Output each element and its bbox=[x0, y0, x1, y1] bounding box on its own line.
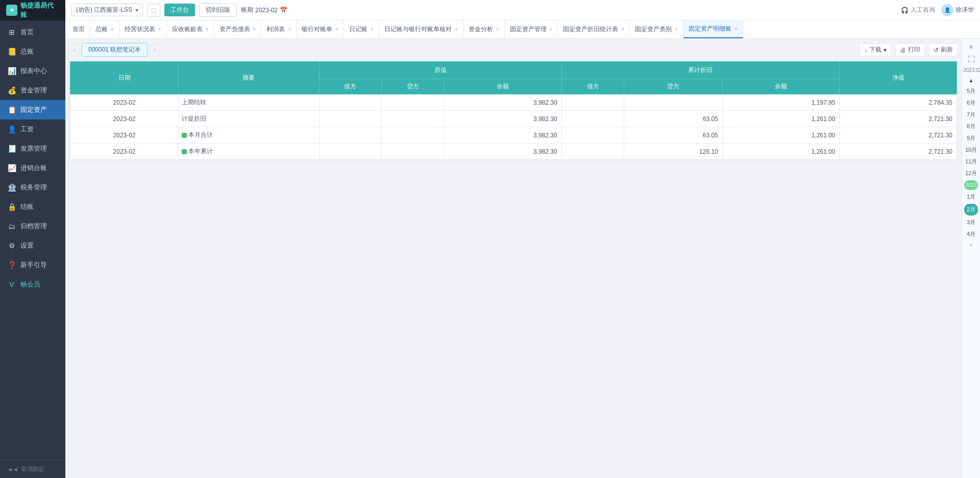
cell-net-value-2: 2,721.30 bbox=[840, 127, 957, 144]
tab-close-journal[interactable]: × bbox=[371, 27, 374, 32]
refresh-button[interactable]: ↺ 刷新 bbox=[929, 43, 958, 56]
sidebar-item-report[interactable]: 📊报表中心 bbox=[0, 61, 65, 81]
sidebar-label-settings: 设置 bbox=[20, 241, 34, 250]
tab-fixed-depreciation[interactable]: 固定资产折旧统计表× bbox=[558, 20, 630, 38]
side-panel-month-5[interactable]: 5月 bbox=[962, 85, 980, 97]
side-panel-month-3[interactable]: 3月 bbox=[962, 217, 980, 228]
sidebar-item-member[interactable]: V畅会员 bbox=[0, 275, 65, 294]
tab-close-ledger[interactable]: × bbox=[111, 27, 114, 32]
company-name: (劝告) 江西服室-LSS bbox=[76, 6, 132, 14]
worktable-button[interactable]: 工作台 bbox=[164, 4, 195, 16]
sidebar-label-home: 首页 bbox=[20, 28, 34, 37]
tab-label-fixed-depreciation: 固定资产折旧统计表 bbox=[563, 25, 618, 34]
tab-close-business[interactable]: × bbox=[158, 27, 161, 32]
side-panel-month-4[interactable]: 4月 bbox=[962, 228, 980, 240]
side-panel-year-2023[interactable]: 2023 bbox=[964, 180, 978, 190]
sub-tab-item[interactable]: 000001 联想笔记本 bbox=[82, 43, 148, 57]
tab-close-profit[interactable]: × bbox=[288, 27, 291, 32]
copy-button[interactable]: ⬚ bbox=[147, 4, 160, 17]
tab-close-balance[interactable]: × bbox=[253, 27, 256, 32]
tab-journal-bank[interactable]: 日记账与银行对账单核对× bbox=[379, 20, 463, 38]
cell-date-3: 2023-02 bbox=[70, 144, 179, 160]
tab-close-fixed-mgmt[interactable]: × bbox=[550, 27, 553, 32]
sidebar-item-home[interactable]: ⊞首页 bbox=[0, 22, 65, 42]
print-icon: 🖨 bbox=[900, 46, 906, 54]
sidebar-item-funds[interactable]: 💰资金管理 bbox=[0, 81, 65, 100]
tab-close-bank-statement[interactable]: × bbox=[335, 27, 338, 32]
download-chevron: ▾ bbox=[884, 46, 887, 54]
tab-ledger[interactable]: 总账× bbox=[90, 20, 119, 38]
side-panel-month-1[interactable]: 1月 bbox=[962, 191, 980, 203]
sidebar-item-settings[interactable]: ⚙设置 bbox=[0, 236, 65, 255]
side-panel-down-arrow[interactable]: ▼ bbox=[962, 240, 980, 250]
tab-bank-statement[interactable]: 银行对账单× bbox=[297, 20, 344, 38]
print-button[interactable]: 🖨 打印 bbox=[895, 43, 925, 56]
col-original-value: 原值 bbox=[319, 62, 561, 79]
copy-icon: ⬚ bbox=[151, 7, 157, 14]
side-panel-month-2-active[interactable]: 2月 bbox=[964, 204, 978, 216]
side-panel-expand-btn[interactable]: ⛶ bbox=[966, 53, 977, 65]
tab-fund-analysis[interactable]: 资金分析× bbox=[463, 20, 505, 38]
cell-accum-balance-1: 1,261.00 bbox=[722, 111, 840, 127]
sidebar-footer-toggle[interactable]: ◄◄ 取消固定 bbox=[0, 460, 65, 478]
side-panel-month-6[interactable]: 6月 bbox=[962, 97, 980, 109]
tab-balance[interactable]: 资产负债表× bbox=[214, 20, 262, 38]
tab-close-fixed-detail[interactable]: × bbox=[734, 26, 738, 32]
tab-label-fixed-detail: 固定资产明细账 bbox=[689, 25, 731, 33]
sidebar-item-tax[interactable]: 🏦税务管理 bbox=[0, 178, 65, 197]
tab-label-ledger: 总账 bbox=[95, 25, 108, 34]
tab-close-fund-analysis[interactable]: × bbox=[496, 27, 499, 32]
tab-business[interactable]: 经营状况表× bbox=[119, 20, 167, 38]
side-panel-month-9[interactable]: 9月 bbox=[962, 132, 980, 144]
tab-close-journal-bank[interactable]: × bbox=[455, 27, 458, 32]
tab-close-fixed-category[interactable]: × bbox=[675, 27, 678, 32]
sidebar-item-payroll[interactable]: 👤工资 bbox=[0, 119, 65, 139]
tab-close-receivable[interactable]: × bbox=[206, 27, 209, 32]
main-area: (劝告) 江西服室-LSS ▾ ⬚ 工作台 切到旧版 账期 2023-02 📅 … bbox=[65, 0, 980, 478]
sidebar-item-fixed-assets[interactable]: 📋固定资产 bbox=[0, 100, 65, 119]
period-selector[interactable]: 账期 2023-02 📅 bbox=[241, 6, 287, 14]
sidebar-item-sales-ledger[interactable]: 📈进销台账 bbox=[0, 158, 65, 178]
company-selector[interactable]: (劝告) 江西服室-LSS ▾ bbox=[71, 4, 143, 16]
tab-fixed-detail[interactable]: 固定资产明细账× bbox=[683, 20, 743, 38]
tab-receivable[interactable]: 应收账龄表× bbox=[167, 20, 214, 38]
tab-close-fixed-depreciation[interactable]: × bbox=[621, 27, 624, 32]
side-panel-month-12[interactable]: 12月 bbox=[962, 168, 980, 179]
side-panel-close-btn[interactable]: × bbox=[967, 41, 975, 53]
sidebar-item-archive[interactable]: 🗂归档管理 bbox=[0, 217, 65, 236]
topbar-right: 🎧 人工咨询 👤 徐泽华 bbox=[901, 4, 974, 16]
tab-home[interactable]: 首页 bbox=[67, 20, 90, 38]
sub-tab-prev-btn[interactable]: ‹ bbox=[69, 44, 80, 56]
side-panel-month-11[interactable]: 11月 bbox=[962, 156, 980, 168]
sidebar-item-guide[interactable]: ❓新手引导 bbox=[0, 255, 65, 275]
sub-tab-next-btn[interactable]: › bbox=[150, 44, 160, 56]
tab-fixed-category[interactable]: 固定资产类别× bbox=[630, 20, 683, 38]
print-label: 打印 bbox=[908, 45, 920, 54]
tab-journal[interactable]: 日记账× bbox=[344, 20, 379, 38]
cell-date-0: 2023-02 bbox=[70, 94, 179, 111]
cell-orig-balance-0: 3,982.30 bbox=[445, 94, 562, 111]
side-panel-period-top[interactable]: 2023.02 bbox=[962, 65, 980, 75]
download-button[interactable]: ↓ 下载 ▾ bbox=[860, 43, 891, 56]
sidebar: ✦ 畅捷通易代账 ⊞首页📒总账📊报表中心💰资金管理📋固定资产👤工资🧾发票管理📈进… bbox=[0, 0, 65, 478]
user-menu[interactable]: 👤 徐泽华 bbox=[941, 4, 974, 16]
side-panel-month-8[interactable]: 8月 bbox=[962, 121, 980, 132]
side-panel-up-arrow[interactable]: ▲ bbox=[962, 75, 980, 85]
sidebar-item-invoice[interactable]: 🧾发票管理 bbox=[0, 139, 65, 158]
tab-profit[interactable]: 利润表× bbox=[261, 20, 297, 38]
col-orig-balance: 余额 bbox=[445, 79, 562, 94]
cell-summary-1: 计提折旧 bbox=[179, 111, 319, 127]
help-button[interactable]: 🎧 人工咨询 bbox=[901, 6, 935, 14]
sidebar-icon-funds: 💰 bbox=[7, 86, 16, 94]
side-panel-month-10[interactable]: 10月 bbox=[962, 144, 980, 156]
side-panel-month-7[interactable]: 7月 bbox=[962, 109, 980, 121]
tab-fixed-mgmt[interactable]: 固定资产管理× bbox=[505, 20, 558, 38]
sidebar-item-ledger[interactable]: 📒总账 bbox=[0, 42, 65, 61]
sidebar-item-closing[interactable]: 🔒结账 bbox=[0, 197, 65, 217]
logo-icon: ✦ bbox=[6, 5, 17, 16]
switch-version-button[interactable]: 切到旧版 bbox=[199, 3, 237, 17]
col-orig-credit: 贷方 bbox=[382, 79, 445, 94]
table-row: 2023-02 本月合计 3,982.30 63.05 1,261.00 2,7… bbox=[70, 127, 957, 144]
tab-label-receivable: 应收账龄表 bbox=[172, 25, 203, 34]
tab-label-bank-statement: 银行对账单 bbox=[302, 25, 332, 34]
